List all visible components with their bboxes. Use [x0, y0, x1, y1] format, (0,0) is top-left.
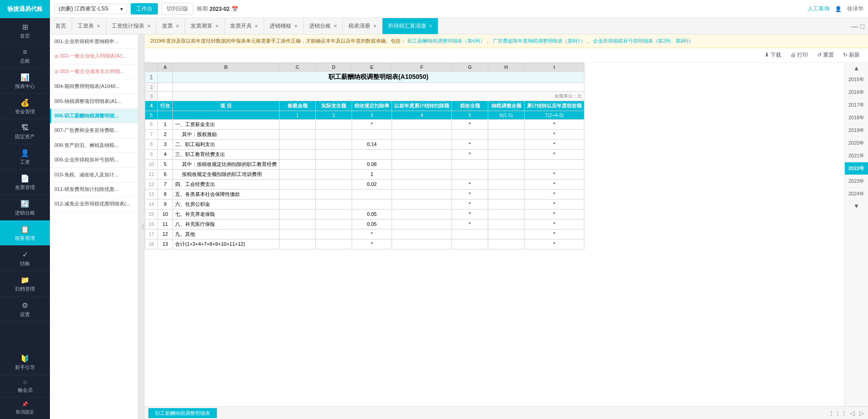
header-col-e: 税收规定扣除率 — [352, 101, 392, 111]
switch-button[interactable]: 切到旧版 — [162, 3, 193, 15]
sidebar-item-settlement[interactable]: ✓ 结账 — [0, 246, 50, 271]
sheet-tabbar: 职工薪酬纳税调整明细表 ⋮⋮⋮ ◁ ▷ — [145, 406, 868, 419]
tab-invoice-open[interactable]: 发票开具 ✕ — [225, 18, 264, 34]
year-nav-up[interactable]: ▲ — [845, 63, 868, 73]
sidebar-item-label: 结账 — [20, 260, 30, 267]
support-link[interactable]: 人工客询 — [808, 5, 829, 13]
tab-close-icon[interactable]: ✕ — [429, 24, 432, 29]
list-item-002[interactable]: ⊘ 002-一般企业收入明细表(A1... — [50, 49, 138, 64]
year-item-2019[interactable]: 2019年 — [845, 124, 868, 137]
table-row: 13 8 五、各类基本社会保障性缴款 * * — [145, 189, 584, 199]
year-item-2018[interactable]: 2018年 — [845, 112, 868, 124]
sidebar-footer-vip[interactable]: ◇ 畅会员 — [0, 375, 50, 397]
tab-invoice[interactable]: 发票 ✕ — [157, 18, 185, 34]
spreadsheet-unit: 金额单位：元 — [173, 91, 584, 101]
sidebar-item-purchase[interactable]: 🔄 进销台账 — [0, 195, 50, 220]
year-item-2020[interactable]: 2020年 — [845, 137, 868, 150]
workbench-button[interactable]: 工作台 — [131, 3, 158, 15]
year-item-2015[interactable]: 2015年 — [845, 73, 868, 86]
header-col-h: 纳税调整全额 — [488, 101, 525, 111]
sidebar-item-settings[interactable]: ⚙ 设置 — [0, 297, 50, 322]
sidebar-item-invoice-mgr[interactable]: 📄 发票管理 — [0, 170, 50, 195]
download-button[interactable]: ⬇ 下载 — [762, 50, 784, 60]
tab-purchase-verify[interactable]: 进销稽核 ✕ — [264, 18, 304, 34]
reset-button[interactable]: ↺ 重置 — [814, 50, 837, 60]
tab-close-icon[interactable]: ✕ — [294, 24, 298, 29]
table-row: 16 11 八、补充医疗保险 0.05 * * — [145, 219, 584, 229]
list-item-004[interactable]: 004-期间费用明细表(A1040... — [50, 79, 138, 94]
tab-close-icon[interactable]: ✕ — [147, 24, 151, 29]
year-nav-down[interactable]: ▼ — [845, 200, 868, 211]
toolbar-row: ⬇ 下载 🖨 打印 ↺ 重置 ↻ 刷新 — [145, 48, 868, 63]
sidebar-item-home[interactable]: ⊞ 首页 — [0, 18, 50, 44]
list-item-005[interactable]: 005-纳税调整项目明细表(A1... — [50, 94, 138, 109]
sidebar-item-asset-mgr[interactable]: 💰 资金管理 — [0, 94, 50, 119]
tab-income-tax[interactable]: 所得税汇算清缴 ✕ — [383, 18, 438, 34]
sidebar-item-archive[interactable]: 📁 归档管理 — [0, 271, 50, 297]
list-item-012[interactable]: 012-减免企业所得税优惠明细表(... — [50, 197, 138, 211]
sheet-tab-main[interactable]: 职工薪酬纳税调整明细表 — [148, 408, 217, 418]
tab-close-icon[interactable]: ✕ — [255, 24, 258, 29]
period-label: 账期 2023-02 📅 — [197, 5, 238, 13]
tab-close-icon[interactable]: ✕ — [373, 24, 377, 29]
warning-link-2[interactable]: 广宣费超限年度纳税调整明细表（第8行） — [493, 38, 585, 44]
table-row: 15 10 七、补充养老保险 0.05 * * — [145, 209, 584, 219]
year-item-2022[interactable]: 2022年 — [845, 162, 868, 175]
sidebar-footer-unpin[interactable]: 📌 取消固定 — [0, 397, 50, 419]
tab-purchase-ledger[interactable]: 进销台账 ✕ — [304, 18, 343, 34]
sidebar-item-payroll[interactable]: 👤 工资 — [0, 144, 50, 170]
tab-close-icon[interactable]: ✕ — [333, 24, 337, 29]
year-item-2017[interactable]: 2017年 — [845, 99, 868, 112]
sheet-scroll-left-icon[interactable]: ◁ — [850, 409, 855, 417]
warning-link-3[interactable]: 企业所得税税补亏填明细表（第2列、第8列） — [593, 38, 693, 44]
sidebar-item-general[interactable]: ≡ 总账 — [0, 44, 50, 68]
sheet-options-icon[interactable]: ⋮⋮⋮ — [828, 409, 847, 417]
sheet-scroll-right-icon[interactable]: ▷ — [859, 409, 864, 417]
list-item-001[interactable]: 001-企业所得税年度纳税申... — [50, 34, 138, 49]
download-icon: ⬇ — [765, 52, 769, 58]
list-item-010[interactable]: 010-免税、减收收入及加计... — [50, 168, 138, 182]
collapse-button[interactable]: 《 — [138, 34, 145, 419]
tab-label: 发票 — [162, 22, 173, 30]
list-item-008[interactable]: 008-资产折旧、摊销及纳税... — [50, 138, 138, 153]
year-item-2024[interactable]: 2024年 — [845, 188, 868, 200]
table-row: 6 1 一、工资薪金支出 * * * — [145, 119, 584, 129]
calendar-icon[interactable]: 📅 — [231, 6, 238, 12]
content-area: 001-企业所得税年度纳税申... ⊘ 002-一般企业收入明细表(A1... … — [50, 34, 868, 419]
tab-invoice-calc[interactable]: 发票测算 ✕ — [185, 18, 225, 34]
list-item-009[interactable]: 009-企业所得税弥补亏损明... — [50, 153, 138, 167]
refresh-button[interactable]: ↻ 刷新 — [840, 50, 863, 60]
tab-payroll-stat[interactable]: 工资统计报表 ✕ — [106, 18, 157, 34]
sidebar-item-report[interactable]: 📊 报表中心 — [0, 68, 50, 94]
tab-maximize-button[interactable]: □ — [861, 23, 864, 30]
invoice-icon: 📄 — [20, 174, 29, 183]
tab-label: 发票开具 — [230, 22, 252, 30]
tab-minimize-button[interactable]: — — [852, 23, 858, 30]
sidebar-item-fixed-asset[interactable]: 🏗 固定资产 — [0, 119, 50, 144]
list-item-007[interactable]: 007-广告费和业务宣传费暗... — [50, 123, 138, 138]
tab-payroll[interactable]: 工资表 ✕ — [72, 18, 106, 34]
tab-tax-clearance[interactable]: 税表清册 ✕ — [343, 18, 383, 34]
list-item-006[interactable]: 006-职工薪酬纳税调整明细... — [50, 109, 138, 123]
tab-close-icon[interactable]: ✕ — [176, 24, 179, 29]
sidebar-item-tax[interactable]: 📋 税务管理 — [0, 220, 50, 246]
sidebar-item-guide[interactable]: 🔰 新手引导 — [0, 350, 50, 375]
print-button[interactable]: 🖨 打印 — [788, 50, 811, 60]
tab-home[interactable]: 首页 — [50, 18, 72, 34]
year-item-2016[interactable]: 2016年 — [845, 86, 868, 99]
table-row: 7 2 其中：股权激励 * — [145, 129, 584, 139]
home-icon: ⊞ — [22, 23, 28, 31]
warning-link-1[interactable]: 职工薪酬纳税调整明细表（第4列） — [407, 38, 485, 44]
unpin-label: 取消固定 — [16, 409, 34, 415]
table-row: 9 4 三、职工教育经费支出 * * — [145, 149, 584, 159]
company-selector[interactable]: (勿删) 江西睿宝-LSS ▾ — [54, 4, 127, 14]
list-item-011[interactable]: 011-研发费用加计扣除优惠... — [50, 182, 138, 197]
user-name[interactable]: 徐泽华 — [847, 5, 863, 13]
table-row: 12 7 四、工会经费支出 0.02 * * — [145, 179, 584, 189]
year-item-2023[interactable]: 2023年 — [845, 175, 868, 188]
sidebar-item-label: 进销台账 — [15, 210, 35, 216]
tab-close-icon[interactable]: ✕ — [215, 24, 219, 29]
list-item-003[interactable]: ⊘ 003-一般企业成本支出明细... — [50, 64, 138, 79]
tab-close-icon[interactable]: ✕ — [97, 24, 100, 29]
year-item-2021[interactable]: 2021年 — [845, 150, 868, 162]
